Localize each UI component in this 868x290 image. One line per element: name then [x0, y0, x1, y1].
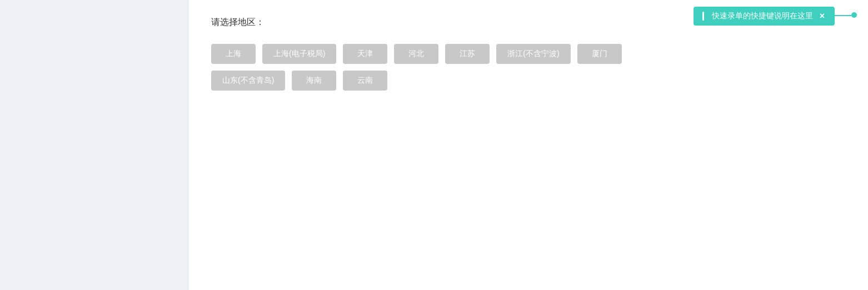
region-button[interactable]: 山东(不含青岛)	[211, 71, 285, 91]
tooltip-banner: 快速录单的快捷键说明在这里 ×	[694, 7, 835, 26]
region-button[interactable]: 江苏	[445, 44, 490, 64]
region-row-1: 上海上海(电子税局)天津河北江苏浙江(不含宁波)厦门	[211, 44, 846, 64]
tooltip-connector-line	[835, 15, 851, 16]
tooltip-text: 快速录单的快捷键说明在这里	[712, 11, 813, 21]
region-button[interactable]: 云南	[343, 71, 387, 91]
main-content: 请选择地区： 上海上海(电子税局)天津河北江苏浙江(不含宁波)厦门 山东(不含青…	[189, 0, 868, 290]
region-button[interactable]: 河北	[394, 44, 438, 64]
region-button[interactable]: 上海(电子税局)	[262, 44, 336, 64]
region-button[interactable]: 天津	[343, 44, 387, 64]
region-row-2: 山东(不含青岛)海南云南	[211, 71, 846, 91]
region-button[interactable]: 厦门	[577, 44, 622, 64]
tooltip-connector-dot	[851, 12, 857, 18]
tooltip-close-button[interactable]: ×	[819, 12, 826, 21]
region-button[interactable]: 浙江(不含宁波)	[496, 44, 570, 64]
sidebar	[0, 0, 189, 290]
region-button[interactable]: 海南	[292, 71, 336, 91]
region-button[interactable]: 上海	[211, 44, 256, 64]
